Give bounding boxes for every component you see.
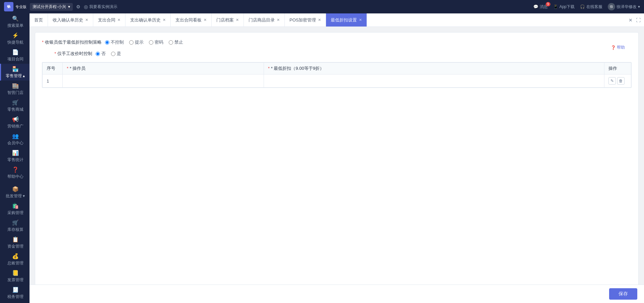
tab-label: 支出确认单历史 (130, 17, 161, 23)
tab-payment-board[interactable]: 支出合同看板 ✕ (171, 13, 212, 27)
tab-close-icon[interactable]: ✕ (163, 18, 166, 22)
cell-actions: ✎ 🗑 (604, 74, 631, 88)
tab-min-discount-settings[interactable]: 最低折扣设置 ✕ (326, 13, 367, 27)
help-link[interactable]: ❓ 帮助 (611, 45, 625, 50)
sidebar-item-label: 零售统计 (7, 157, 23, 163)
project-selector[interactable]: 测试分开弄程-小兴 ▾ (30, 3, 73, 11)
help-question-icon: ❓ (611, 45, 616, 50)
ledger-icon: 📒 (12, 270, 19, 276)
strategy-forbidden-option[interactable]: 禁止 (169, 39, 183, 45)
tab-label: POS加密管理 (289, 17, 316, 23)
sidebar-item-member-center[interactable]: 👥 会员中心 (0, 131, 30, 148)
service-icon: 🎧 (580, 4, 585, 9)
tab-store-file[interactable]: 门店档案 ✕ (212, 13, 244, 27)
sidebar-item-retail-stats[interactable]: 📊 零售统计 (0, 148, 30, 164)
strategy-form-row: * 收银员低于最低折扣控制策略 不控制 提示 (42, 39, 632, 45)
sidebar-item-purchase-mgmt[interactable]: 🛒 库存核算 (0, 217, 30, 234)
tab-close-icon[interactable]: ✕ (318, 18, 321, 22)
required-mark: * (268, 66, 270, 71)
finance-icon: 💰 (12, 253, 19, 259)
message-icon: 💬 (533, 4, 538, 9)
sidebar-item-tax[interactable]: 🏛️ 固定资产 (0, 301, 30, 303)
sidebar-item-search-menu[interactable]: 🔍 搜索菜单 (0, 13, 30, 30)
delete-row-btn[interactable]: 🗑 (617, 77, 625, 85)
wholesale-icon: 📦 (12, 186, 19, 192)
col-header-seq: 序号 (43, 63, 63, 74)
logo-icon: 畅 (4, 2, 13, 11)
tab-close-icon[interactable]: ✕ (359, 18, 362, 22)
sidebar-item-label: 批发管理 ▾ (6, 193, 25, 199)
sidebar-item-inventory[interactable]: 📋 资金管理 (0, 234, 30, 251)
sidebar-item-finance[interactable]: 💰 总账管理 (0, 251, 30, 268)
strategy-password-option[interactable]: 密码 (149, 39, 163, 45)
edit-row-btn[interactable]: ✎ (608, 77, 616, 85)
tab-label: 门店档案 (216, 17, 234, 23)
content-area: 首页 收入确认单历史 ✕ 支出合同 ✕ 支出确认单历史 ✕ 支出合同看板 ✕ 门… (30, 13, 644, 303)
marketing-icon: 📢 (12, 116, 19, 122)
help-text: 帮助 (617, 45, 625, 50)
demo-link[interactable]: ◎ 我要看实例演示 (84, 4, 117, 10)
tab-close-all-btn[interactable]: ✕ (628, 17, 633, 23)
strategy-no-control-option[interactable]: 不控制 (105, 39, 124, 45)
sidebar-item-label: 采购管理 (7, 210, 23, 216)
tab-close-icon[interactable]: ✕ (85, 18, 88, 22)
app-download-btn[interactable]: 📱 App下载 (553, 4, 575, 10)
sidebar-item-retail-mgmt[interactable]: 🏪 零售管理 ▴ (0, 64, 30, 81)
table-row: 1 ✎ 🗑 (43, 74, 631, 88)
strategy-hint-radio[interactable] (129, 40, 133, 45)
tab-expand-btn[interactable]: ⛶ (635, 17, 641, 23)
tab-home[interactable]: 首页 (30, 13, 48, 27)
sidebar-item-label: 搜索菜单 (7, 23, 23, 29)
sidebar-item-wholesale-mgmt[interactable]: 📦 批发管理 ▾ (0, 184, 30, 201)
avatar: 徐 (608, 3, 615, 10)
strategy-password-radio[interactable] (149, 40, 153, 45)
manual-no-option[interactable]: 否 (96, 51, 106, 57)
invoice-icon: 🧾 (12, 287, 19, 293)
tab-payment-confirm-history[interactable]: 支出确认单历史 ✕ (125, 13, 171, 27)
mall-icon: 🛒 (12, 99, 19, 106)
sidebar-item-label: 总账管理 (7, 260, 23, 266)
sidebar-item-ecommerce[interactable]: 🛍️ 采购管理 (0, 201, 30, 217)
sidebar-item-invoice[interactable]: 🧾 税务管理 (0, 285, 30, 301)
sidebar: 🔍 搜索菜单 ⚡ 快捷导航 📄 项目合同 🏪 零售管理 ▴ 🏬 智营门店 🛒 零… (0, 13, 30, 303)
chevron-down-icon: ▾ (68, 4, 70, 9)
tab-close-icon[interactable]: ✕ (236, 18, 239, 22)
sidebar-item-quick-nav[interactable]: ⚡ 快捷导航 (0, 30, 30, 47)
sidebar-item-smart-store[interactable]: 🏬 智营门店 (0, 81, 30, 97)
cell-seq: 1 (43, 74, 63, 88)
manual-yes-label: 是 (117, 51, 121, 57)
tab-close-icon[interactable]: ✕ (277, 18, 280, 22)
row-actions: ✎ 🗑 (608, 77, 627, 85)
sidebar-item-marketing[interactable]: 📢 营销推广 (0, 114, 30, 131)
sidebar-item-project-contract[interactable]: 📄 项目合同 (0, 47, 30, 64)
tab-label: 支出合同 (98, 17, 115, 23)
manual-no-radio[interactable] (96, 52, 100, 56)
save-button[interactable]: 保存 (609, 288, 637, 300)
strategy-forbidden-label: 禁止 (174, 39, 183, 45)
col-header-operator-text: * 操作员 (70, 66, 86, 71)
col-header-actions: 操作 (604, 63, 631, 74)
strategy-forbidden-radio[interactable] (169, 40, 173, 45)
sidebar-item-label: 资金管理 (7, 244, 23, 249)
tab-payment-contract[interactable]: 支出合同 ✕ (93, 13, 125, 27)
sidebar-item-retail-mall[interactable]: 🛒 零售商城 (0, 97, 30, 114)
manual-yes-option[interactable]: 是 (111, 51, 121, 57)
tab-label: 支出合同看板 (175, 17, 202, 23)
sidebar-item-help-center[interactable]: ❓ 帮助中心 (0, 164, 30, 181)
messages-btn[interactable]: 💬 消息 9 (533, 4, 548, 10)
tab-store-products[interactable]: 门店商品目录 ✕ (244, 13, 285, 27)
user-info[interactable]: 徐 徐泽华修改 ▾ (608, 3, 640, 10)
strategy-hint-option[interactable]: 提示 (129, 39, 144, 45)
tab-close-icon[interactable]: ✕ (117, 18, 120, 22)
tab-pos-password[interactable]: POS加密管理 ✕ (285, 13, 326, 27)
manual-yes-radio[interactable] (111, 52, 115, 56)
sidebar-item-ledger[interactable]: 📒 发票管理 (0, 268, 30, 285)
settings-icon[interactable]: ⚙ (76, 4, 80, 9)
online-service-btn[interactable]: 🎧 在线客服 (580, 4, 602, 10)
tab-close-icon[interactable]: ✕ (204, 18, 207, 22)
strategy-no-control-radio[interactable] (105, 40, 109, 45)
tab-income-history[interactable]: 收入确认单历史 ✕ (48, 13, 93, 27)
page-footer: 保存 (30, 285, 644, 303)
quick-nav-icon: ⚡ (12, 32, 19, 39)
required-mark: * (42, 40, 44, 45)
